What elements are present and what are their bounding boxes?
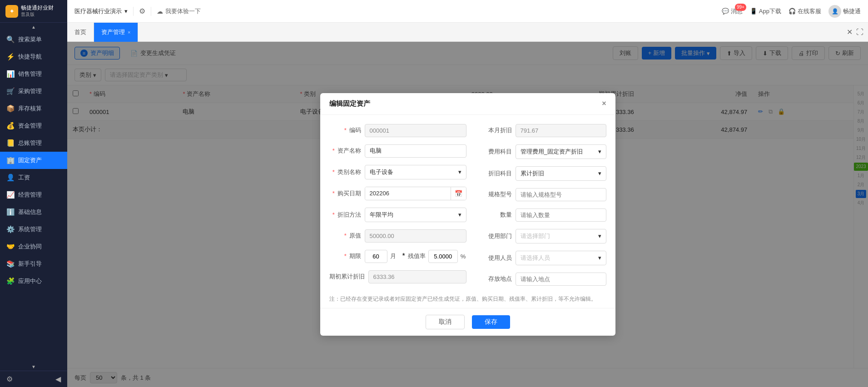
sidebar-item-label: 系统管理: [18, 225, 42, 233]
period-input[interactable]: [365, 250, 387, 263]
name-label: * 资产名称: [329, 147, 361, 155]
sidebar-item-label: 新手引导: [18, 260, 42, 268]
sidebar-item-guide[interactable]: 📚 新手引导: [0, 255, 67, 273]
form-row-category: * 类别名称 电子设备 ▾: [329, 165, 466, 179]
sidebar-item-search[interactable]: 🔍 搜索菜单: [0, 31, 67, 48]
notification-badge: 99+: [735, 4, 746, 11]
name-input[interactable]: [365, 144, 466, 158]
sidebar-item-label: 工资: [18, 174, 30, 182]
sidebar-item-collaboration[interactable]: 🤝 企业协同: [0, 238, 67, 255]
sidebar-item-fixed-assets[interactable]: 🏢 固定资产: [0, 152, 67, 169]
quantity-input[interactable]: [516, 208, 606, 222]
form-row-period: * 期限 月 * 残值率 %: [329, 250, 466, 263]
dialog-left-col: * 编码 * 资产名称: [329, 124, 466, 286]
company-selector[interactable]: 医疗器械行业演示 ▾: [74, 7, 128, 15]
sidebar-item-sales[interactable]: 📊 销售管理: [0, 65, 67, 83]
logo-text-wrap: 畅捷通好业财 普及版: [21, 5, 54, 18]
code-required: *: [344, 127, 347, 134]
tab-asset-management[interactable]: 资产管理 ×: [94, 23, 138, 42]
original-value-input[interactable]: [365, 229, 466, 243]
notification-button[interactable]: 💬 消息 99+: [722, 7, 743, 15]
tab-maximize-button[interactable]: ⛶: [856, 28, 863, 36]
residual-rate-label: 残值率: [408, 252, 426, 260]
settings-icon[interactable]: ⚙: [6, 375, 13, 383]
form-row-monthly-dep: 本月折旧: [480, 124, 606, 137]
form-row-original-value: * 原值: [329, 229, 466, 243]
asset-tab-label: 资产管理: [101, 28, 125, 36]
dialog-right-col: 本月折旧 费用科目 管理费用_固定资产折旧 ▾: [480, 124, 606, 286]
initial-accumulated-input[interactable]: [368, 270, 466, 283]
cancel-button[interactable]: 取消: [426, 315, 465, 329]
company-name: 医疗器械行业演示: [74, 7, 122, 15]
sidebar-item-finance[interactable]: 💰 资金管理: [0, 117, 67, 134]
tab-home[interactable]: 首页: [67, 23, 94, 42]
logo-title: 畅捷通好业财: [21, 5, 54, 12]
tab-close-icon[interactable]: ×: [128, 30, 130, 35]
code-input[interactable]: [365, 124, 466, 137]
sidebar-item-basic-info[interactable]: ℹ️ 基础信息: [0, 203, 67, 221]
collaboration-icon: 🤝: [6, 243, 15, 251]
department-label: 使用部门: [480, 232, 512, 240]
person-placeholder: 请选择人员: [521, 254, 550, 262]
edit-asset-dialog: 编辑固定资产 × * 编码: [320, 93, 615, 336]
dep-account-select[interactable]: 累计折旧 ▾: [516, 166, 606, 181]
location-input[interactable]: [516, 273, 606, 286]
sidebar-item-system[interactable]: ⚙️ 系统管理: [0, 221, 67, 238]
quicknav-icon: ⚡: [6, 53, 15, 61]
sales-icon: 📊: [6, 70, 15, 78]
app-download-button[interactable]: 📱 App下载: [750, 7, 781, 15]
monthly-dep-input[interactable]: [516, 124, 606, 137]
sidebar-item-appstore[interactable]: 🧩 应用中心: [0, 273, 67, 290]
calendar-icon[interactable]: 📅: [451, 187, 466, 200]
settings-gear-button[interactable]: ⚙: [139, 7, 145, 15]
form-row-name: * 资产名称: [329, 144, 466, 158]
depreciation-method-value: 年限平均: [370, 211, 393, 219]
sidebar-item-label: 总账管理: [18, 139, 42, 147]
user-avatar-button[interactable]: 👤 畅捷通: [828, 5, 861, 18]
spec-input[interactable]: [516, 188, 606, 201]
monthly-dep-label: 本月折旧: [480, 126, 512, 134]
dep-account-down-icon: ▾: [598, 170, 601, 177]
dep-account-label: 折旧科目: [480, 169, 512, 178]
sidebar-item-ledger[interactable]: 📒 总账管理: [0, 134, 67, 152]
person-select[interactable]: 请选择人员 ▾: [516, 251, 606, 265]
sidebar-item-label: 企业协同: [18, 243, 42, 251]
expense-account-value: 管理费用_固定资产折旧: [521, 148, 583, 156]
residual-rate-input[interactable]: [428, 250, 458, 263]
tab-minimize-button[interactable]: ✕: [847, 28, 853, 36]
category-select[interactable]: 电子设备 ▾: [365, 165, 466, 179]
finance-icon: 💰: [6, 122, 15, 130]
online-service-button[interactable]: 🎧 在线客服: [789, 7, 821, 15]
department-placeholder: 请选择部门: [521, 232, 550, 240]
experience-button[interactable]: ☁ 我要体验一下: [157, 7, 201, 15]
topbar: 医疗器械行业演示 ▾ ⚙ ☁ 我要体验一下 💬 消息 99+ 📱 App下载 🎧…: [67, 0, 868, 23]
expense-account-select[interactable]: 管理费用_固定资产折旧 ▾: [516, 144, 606, 159]
sidebar-item-inventory[interactable]: 📦 库存核算: [0, 100, 67, 117]
search-icon: 🔍: [6, 35, 15, 44]
logo-subtitle: 普及版: [21, 11, 54, 18]
sidebar-scroll-down[interactable]: ▼: [0, 362, 67, 371]
dialog-overlay: 编辑固定资产 × * 编码: [67, 42, 868, 387]
inventory-icon: 📦: [6, 104, 15, 113]
sidebar-item-quicknav[interactable]: ⚡ 快捷导航: [0, 48, 67, 65]
sidebar-item-purchase[interactable]: 🛒 采购管理: [0, 83, 67, 100]
sidebar-item-salary[interactable]: 👤 工资: [0, 169, 67, 186]
sidebar-item-label: 库存核算: [18, 104, 42, 113]
department-select[interactable]: 请选择部门 ▾: [516, 229, 606, 243]
sidebar-bottom: ⚙ ◀: [0, 371, 67, 387]
save-button[interactable]: 保存: [472, 315, 510, 329]
depreciation-method-select[interactable]: 年限平均 ▾: [365, 208, 466, 222]
sidebar-item-operations[interactable]: 📈 经营管理: [0, 186, 67, 203]
sidebar-scroll-up[interactable]: ▲: [0, 23, 67, 31]
purchase-date-input-wrap: 📅: [365, 187, 466, 200]
sidebar-item-label: 搜索菜单: [18, 35, 42, 44]
purchase-date-input[interactable]: [365, 187, 451, 199]
form-row-person: 使用人员 请选择人员 ▾: [480, 251, 606, 265]
collapse-icon[interactable]: ◀: [55, 375, 61, 383]
dialog-close-button[interactable]: ×: [602, 99, 606, 108]
period-label: * 期限: [329, 252, 361, 260]
form-row-expense-account: 费用科目 管理费用_固定资产折旧 ▾: [480, 144, 606, 159]
location-label: 存放地点: [480, 275, 512, 283]
appstore-icon: 🧩: [6, 277, 15, 285]
logo-icon: ✦: [5, 5, 18, 18]
